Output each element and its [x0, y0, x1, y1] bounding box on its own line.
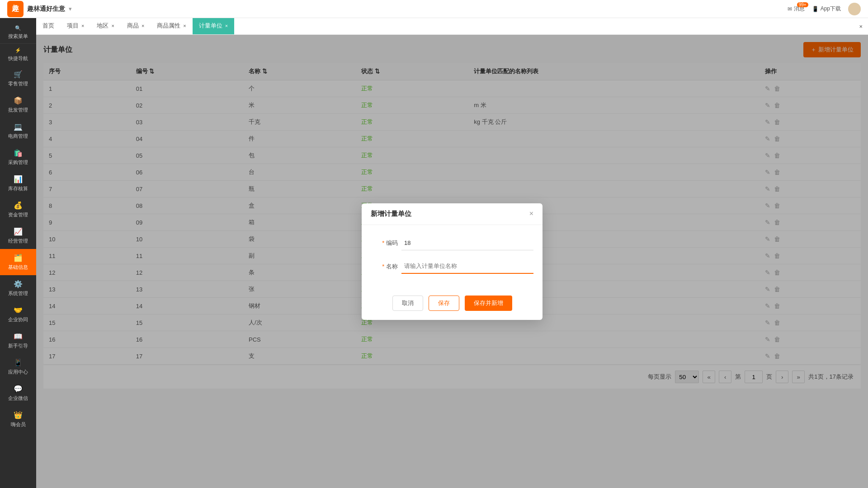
sidebar-item-guide[interactable]: 📖 新手引导: [0, 328, 36, 354]
search-icon: 🔍: [15, 25, 21, 31]
sidebar-item-purchase[interactable]: 🛍️ 采购管理: [0, 144, 36, 170]
tab-home[interactable]: 首页: [36, 18, 61, 34]
sidebar-item-partner[interactable]: 🤝 企业协同: [0, 301, 36, 328]
app-label: App下载: [821, 5, 841, 13]
save-button[interactable]: 保存: [429, 296, 459, 311]
tab-attributes[interactable]: 商品属性 ×: [151, 18, 192, 34]
tab-attributes-label: 商品属性: [157, 22, 180, 30]
sidebar-item-base-label: 基础信息: [8, 264, 28, 271]
modal-body: * 编码 * 名称: [362, 225, 542, 290]
sidebar-item-operations[interactable]: 📈 经营管理: [0, 223, 36, 249]
tab-units-label: 计量单位: [199, 22, 222, 30]
tab-bar-close-button[interactable]: ×: [854, 19, 868, 33]
inventory-icon: 📊: [14, 175, 23, 183]
sidebar-item-ecommerce-label: 电商管理: [8, 133, 28, 140]
message-button[interactable]: ✉ 消息 99+: [788, 5, 805, 13]
sidebar-quick-nav[interactable]: ⚡ 快捷导航: [0, 44, 36, 66]
modal-close-button[interactable]: ×: [529, 210, 533, 218]
sidebar-search[interactable]: 🔍 搜索菜单: [0, 22, 36, 44]
sidebar-item-finance-label: 资金管理: [8, 211, 28, 218]
header-right: ✉ 消息 99+ 📱 App下载: [788, 3, 861, 15]
sidebar-item-partner-label: 企业协同: [8, 316, 28, 323]
save-and-new-button[interactable]: 保存并新增: [465, 296, 512, 311]
sidebar-item-retail-label: 零售管理: [8, 80, 28, 87]
code-input[interactable]: [401, 236, 533, 250]
system-icon: ⚙️: [14, 280, 23, 288]
sidebar-item-inventory[interactable]: 📊 库存核算: [0, 170, 36, 197]
partner-icon: 🤝: [14, 306, 23, 314]
guide-icon: 📖: [14, 332, 23, 341]
main-layout: 🔍 搜索菜单 ⚡ 快捷导航 🛒 零售管理 📦 批发管理 💻 电商管理 🛍️ 采购…: [0, 18, 868, 488]
tab-region-close[interactable]: ×: [111, 23, 114, 28]
sidebar-item-ecommerce[interactable]: 💻 电商管理: [0, 118, 36, 144]
name-required-mark: *: [382, 263, 384, 270]
sidebar-item-member[interactable]: 👑 嗨会员: [0, 406, 36, 432]
tab-region[interactable]: 地区 ×: [90, 18, 120, 34]
cancel-button[interactable]: 取消: [392, 296, 423, 311]
sidebar-item-finance[interactable]: 💰 资金管理: [0, 197, 36, 223]
app-icon: 📱: [812, 6, 819, 12]
tab-projects[interactable]: 项目 ×: [61, 18, 90, 34]
tab-region-label: 地区: [97, 22, 108, 30]
tab-projects-label: 项目: [67, 22, 79, 30]
company-icon: 💬: [14, 385, 23, 393]
message-icon: ✉: [788, 6, 792, 12]
sidebar-item-purchase-label: 采购管理: [8, 159, 28, 166]
sidebar: 🔍 搜索菜单 ⚡ 快捷导航 🛒 零售管理 📦 批发管理 💻 电商管理 🛍️ 采购…: [0, 18, 36, 488]
message-badge: 99+: [797, 2, 808, 7]
modal-title: 新增计量单位: [371, 210, 411, 218]
name-input[interactable]: [401, 259, 533, 274]
sidebar-item-company-label: 企业微信: [8, 395, 28, 402]
sidebar-item-base[interactable]: 🗂️ 基础信息: [0, 249, 36, 275]
sidebar-item-wholesale-label: 批发管理: [8, 107, 28, 113]
sidebar-item-wholesale[interactable]: 📦 批发管理: [0, 92, 36, 118]
tab-units[interactable]: 计量单位 ×: [193, 18, 234, 34]
form-row-name: * 名称: [371, 259, 533, 274]
tab-projects-close[interactable]: ×: [81, 23, 84, 28]
modal-footer: 取消 保存 保存并新增: [362, 290, 542, 320]
app-download-button[interactable]: 📱 App下载: [812, 5, 841, 13]
purchase-icon: 🛍️: [14, 149, 23, 157]
sidebar-item-operations-label: 经营管理: [8, 238, 28, 244]
sidebar-search-label: 搜索菜单: [8, 33, 28, 40]
ecommerce-icon: 💻: [14, 122, 23, 131]
sidebar-item-apps[interactable]: 📱 应用中心: [0, 354, 36, 380]
modal-header: 新增计量单位 ×: [362, 203, 542, 225]
operations-icon: 📈: [14, 227, 23, 236]
quick-nav-icon: ⚡: [15, 47, 21, 53]
base-icon: 🗂️: [14, 253, 23, 262]
top-header: 趣 趣林通好生意 ▾ ✉ 消息 99+ 📱 App下载: [0, 0, 868, 18]
apps-icon: 📱: [14, 358, 23, 367]
tab-products[interactable]: 商品 ×: [121, 18, 151, 34]
logo-icon: 趣: [7, 1, 24, 17]
tab-units-close[interactable]: ×: [225, 23, 228, 28]
code-required-mark: *: [382, 239, 384, 246]
add-unit-modal: 新增计量单位 × * 编码 *: [362, 203, 542, 320]
logo-text: 趣林通好生意: [27, 5, 65, 13]
logo-area: 趣 趣林通好生意 ▾: [7, 1, 72, 17]
wholesale-icon: 📦: [14, 96, 23, 105]
name-label: * 名称: [371, 263, 398, 271]
page-content: 计量单位 ＋ 新增计量单位 序号 编号 ⇅ 名称 ⇅ 状态 ⇅ 计量单位匹配的名…: [36, 35, 868, 488]
sidebar-item-retail[interactable]: 🛒 零售管理: [0, 66, 36, 92]
tab-bar: 首页 项目 × 地区 × 商品 × 商品属性 × 计量单位 × ×: [36, 18, 868, 35]
sidebar-item-company[interactable]: 💬 企业微信: [0, 380, 36, 406]
tab-attributes-close[interactable]: ×: [183, 23, 186, 28]
tab-home-label: 首页: [42, 22, 54, 30]
content-area: 首页 项目 × 地区 × 商品 × 商品属性 × 计量单位 × ×: [36, 18, 868, 488]
sidebar-item-system-label: 系统管理: [8, 290, 28, 297]
member-icon: 👑: [14, 411, 23, 419]
sidebar-item-inventory-label: 库存核算: [8, 185, 28, 192]
tab-products-label: 商品: [127, 22, 139, 30]
sidebar-item-member-label: 嗨会员: [11, 421, 26, 428]
avatar[interactable]: [848, 3, 861, 15]
retail-icon: 🛒: [14, 70, 23, 79]
sidebar-item-system[interactable]: ⚙️ 系统管理: [0, 275, 36, 301]
code-label: * 编码: [371, 239, 398, 247]
sidebar-item-guide-label: 新手引导: [8, 343, 28, 349]
finance-icon: 💰: [14, 201, 23, 210]
form-row-code: * 编码: [371, 236, 533, 250]
modal-overlay: 新增计量单位 × * 编码 *: [36, 35, 868, 488]
tab-products-close[interactable]: ×: [142, 23, 144, 28]
nav-dropdown-icon[interactable]: ▾: [69, 5, 72, 12]
